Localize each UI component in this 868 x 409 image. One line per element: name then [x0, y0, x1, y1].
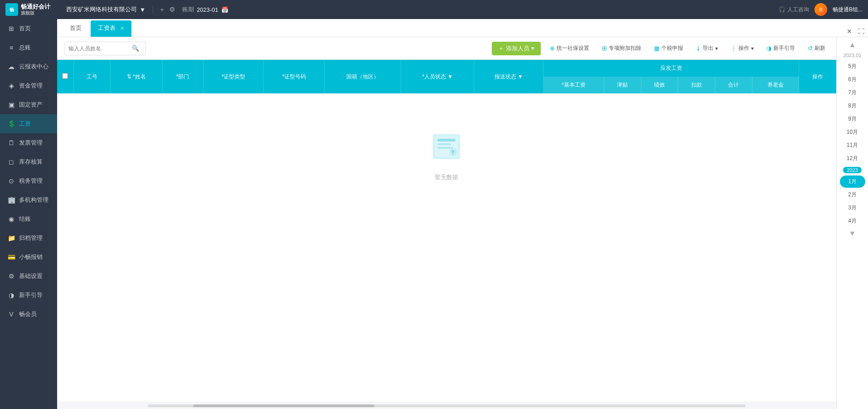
logo-text: 畅通好会计 旗舰版	[21, 3, 50, 16]
add-company-icon[interactable]: ＋	[157, 4, 167, 16]
refresh-label: 刷新	[815, 44, 825, 52]
social-security-button[interactable]: ⊕ 统一社保设置	[546, 42, 593, 54]
sidebar-item-guide[interactable]: ◑ 新手引导	[0, 286, 57, 305]
operation-button[interactable]: ⋮ 操作 ▾	[727, 42, 757, 54]
bottom-scrollbar[interactable]	[57, 402, 836, 409]
filter-icon[interactable]: ▼	[447, 73, 453, 80]
calendar-icon[interactable]: 📅	[221, 6, 228, 13]
maximize-window-button[interactable]: ⛶	[856, 26, 866, 36]
svg-text:?: ?	[451, 150, 454, 155]
month-item-8[interactable]: 8月	[840, 100, 865, 112]
month-item-7[interactable]: 7月	[840, 87, 865, 99]
special-deduction-button[interactable]: ⊞ 专项附加扣除	[598, 42, 645, 54]
sort-icon: ⇅	[127, 73, 131, 80]
th-base-salary: *基本工资	[543, 77, 604, 93]
export-dropdown-icon: ▾	[715, 45, 718, 52]
home-icon: ⊞	[7, 25, 15, 32]
date-nav-down[interactable]: ▼	[837, 228, 868, 239]
th-total: 合计	[715, 77, 752, 93]
fund-icon: ◈	[7, 82, 15, 89]
svg-rect-6	[437, 147, 453, 149]
sidebar-item-home[interactable]: ⊞ 首页	[0, 19, 57, 38]
tax-declare-label: 个税申报	[661, 44, 683, 52]
window-controls: ✕ ⛶	[844, 26, 866, 36]
search-icon: 🔍	[132, 45, 139, 52]
sidebar-item-label: 畅会员	[19, 310, 37, 318]
guide-button[interactable]: ◑ 新手引导	[763, 42, 799, 54]
inventory-icon: ◻	[7, 158, 15, 166]
select-all-checkbox[interactable]	[62, 73, 68, 79]
sidebar-item-archive[interactable]: 📁 归档管理	[0, 229, 57, 248]
sidebar-item-label: 归档管理	[19, 234, 43, 242]
month-item-11[interactable]: 11月	[840, 139, 865, 151]
month-item-6[interactable]: 6月	[840, 73, 865, 86]
add-dropdown-icon: ▾	[531, 45, 534, 52]
date-panel-header: 2023.01	[844, 51, 862, 60]
refresh-button[interactable]: ↺ 刷新	[804, 42, 829, 54]
filter-icon2[interactable]: ▼	[518, 73, 523, 80]
search-input[interactable]	[68, 45, 132, 52]
sidebar-item-assets[interactable]: ▣ 固定资产	[0, 95, 57, 114]
main-layout: ⊞ 首页 ≡ 总账 ☁ 云报表中心 ◈ 资金管理 ▣ 固定资产 💲 工资 🗒 发…	[0, 19, 868, 409]
sidebar: ⊞ 首页 ≡ 总账 ☁ 云报表中心 ◈ 资金管理 ▣ 固定资产 💲 工资 🗒 发…	[0, 19, 57, 409]
sidebar-item-label: 新手引导	[19, 291, 43, 299]
sidebar-item-member[interactable]: V 畅会员	[0, 305, 57, 324]
sidebar-item-fund[interactable]: ◈ 资金管理	[0, 76, 57, 95]
company-selector[interactable]: 西安矿米网络科技有限公司 ▼	[63, 4, 149, 15]
th-action: 操作	[799, 60, 836, 93]
month-item-1[interactable]: 1月	[840, 175, 865, 188]
sidebar-item-invoice[interactable]: 🗒 发票管理	[0, 133, 57, 152]
sidebar-item-expense[interactable]: 💳 小畅报销	[0, 248, 57, 267]
month-item-4[interactable]: 4月	[840, 215, 865, 227]
sidebar-item-ledger[interactable]: ≡ 总账	[0, 38, 57, 57]
month-item-12[interactable]: 12月	[840, 152, 865, 165]
close-window-button[interactable]: ✕	[844, 26, 854, 36]
sidebar-item-settings[interactable]: ⚙ 基础设置	[0, 267, 57, 286]
sidebar-item-label: 云报表中心	[19, 63, 48, 71]
month-item-10[interactable]: 10月	[840, 126, 865, 138]
sidebar-item-cloud-report[interactable]: ☁ 云报表中心	[0, 57, 57, 76]
user-avatar[interactable]: B	[815, 3, 827, 16]
assets-icon: ▣	[7, 101, 15, 108]
empty-text: 暂无数据	[435, 173, 458, 181]
svg-rect-5	[437, 143, 451, 145]
scroll-thumb[interactable]	[193, 404, 374, 407]
company-name: 西安矿米网络科技有限公司	[66, 5, 137, 14]
sidebar-item-inventory[interactable]: ◻ 库存核算	[0, 152, 57, 171]
month-item-5[interactable]: 5月	[840, 60, 865, 73]
scroll-track[interactable]	[148, 404, 746, 407]
sidebar-item-close-account[interactable]: ◉ 结账	[0, 209, 57, 229]
social-security-icon: ⊕	[550, 45, 555, 52]
export-button[interactable]: ⤓ 导出 ▾	[692, 42, 722, 54]
date-nav-up[interactable]: ▲	[837, 39, 868, 51]
add-person-button[interactable]: ＋ 添加人员 ▾	[492, 42, 541, 55]
settings-icon[interactable]: ⚙	[167, 4, 177, 15]
empty-state: ? 暂无数据	[57, 93, 836, 200]
headset-icon: 🎧	[779, 6, 786, 13]
month-item-9[interactable]: 9月	[840, 113, 865, 125]
month-item-3[interactable]: 3月	[840, 202, 865, 214]
tab-salary-table[interactable]: 工资表 ✕	[91, 20, 131, 37]
tab-close-icon[interactable]: ✕	[120, 25, 124, 31]
top-header: 畅 畅通好会计 旗舰版 西安矿米网络科技有限公司 ▼ ＋ ⚙ 账期 2023-0…	[0, 0, 868, 19]
sidebar-item-multi-org[interactable]: 🏢 多机构管理	[0, 190, 57, 209]
sidebar-item-tax[interactable]: ⊙ 税务管理	[0, 171, 57, 190]
multi-org-icon: 🏢	[7, 196, 15, 204]
month-item-2[interactable]: 2月	[840, 189, 865, 201]
service-label: 人工咨询	[787, 6, 809, 14]
sidebar-item-label: 资金管理	[19, 82, 43, 90]
sidebar-item-salary[interactable]: 💲 工资	[0, 114, 57, 133]
guide-label: 新手引导	[773, 44, 795, 52]
service-button[interactable]: 🎧 人工咨询	[779, 6, 809, 14]
right-date-panel: ▲ 2023.01 5月 6月 7月 8月 9月 10月 11月 12月 202…	[836, 37, 868, 409]
add-person-label: 添加人员	[506, 44, 529, 53]
logo-area: 畅 畅通好会计 旗舰版	[5, 3, 55, 16]
search-wrap[interactable]: 🔍	[64, 42, 146, 55]
empty-state-cell: ? 暂无数据	[57, 93, 836, 200]
sidebar-item-label: 首页	[19, 24, 31, 33]
tax-declare-button[interactable]: ▦ 个税申报	[650, 42, 687, 54]
member-icon: V	[7, 311, 15, 318]
period-value: 2023-01	[197, 6, 218, 13]
refresh-icon: ↺	[808, 45, 813, 52]
tab-home[interactable]: 首页	[63, 20, 89, 37]
